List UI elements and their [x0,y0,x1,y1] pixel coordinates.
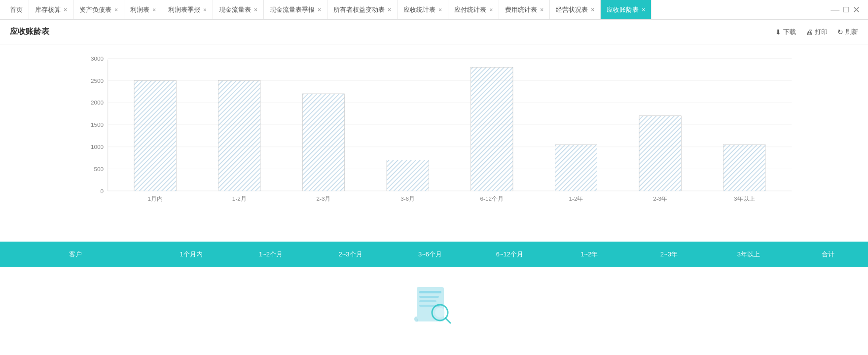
tab-cashflow-quarterly-label: 现金流量表季报 [270,5,315,14]
refresh-label: 刷新 [845,28,858,36]
tab-equity-label: 所有者权益变动表 [333,5,385,14]
tab-operation-label: 经营状况表 [556,5,588,14]
svg-text:3年以上: 3年以上 [734,195,755,202]
chart-area: 0 500 1000 1500 2000 2500 3000 1月内 [0,44,868,242]
download-button[interactable]: ⬇ 下载 [775,28,796,36]
tab-receivable-stat-label: 应收统计表 [403,5,435,14]
tab-payable-stat-label: 应付统计表 [454,5,486,14]
svg-text:2-3年: 2-3年 [653,195,667,202]
empty-state [0,267,868,331]
main-content: 0 500 1000 1500 2000 2500 3000 1月内 [0,44,868,355]
tab-equity-close[interactable]: × [388,6,391,13]
col-2-3year: 2~3年 [629,250,709,259]
tab-cashflow-quarterly-close[interactable]: × [318,6,321,13]
print-label: 打印 [815,28,828,36]
window-actions: — □ ✕ [831,4,864,15]
svg-text:500: 500 [94,166,104,172]
tab-profit-close[interactable]: × [152,6,156,13]
tab-inventory-label: 库存核算 [35,5,61,14]
col-3plus-year: 3年以上 [709,250,788,259]
tab-home-label: 首页 [10,5,23,14]
tab-inventory[interactable]: 库存核算 × [29,0,73,20]
refresh-icon: ↻ [837,28,843,36]
svg-line-32 [445,318,450,323]
bar-3 [302,94,344,191]
svg-rect-26 [419,291,441,293]
col-3-6month: 3~6个月 [390,250,470,259]
svg-point-31 [435,308,445,318]
tab-profit-label: 利润表 [130,5,149,14]
svg-text:2500: 2500 [91,77,104,84]
col-total: 合计 [789,250,868,259]
col-6-12month: 6~12个月 [470,250,549,259]
tab-expense-stat-label: 费用统计表 [505,5,537,14]
page-header: 应收账龄表 ⬇ 下载 🖨 打印 ↻ 刷新 [0,20,868,44]
bar-2 [218,80,260,191]
svg-text:2000: 2000 [91,99,104,106]
svg-text:1-2月: 1-2月 [232,195,247,202]
col-1-2year: 1~2年 [549,250,629,259]
tab-receivable-stat[interactable]: 应收统计表 × [398,0,448,20]
page-actions: ⬇ 下载 🖨 打印 ↻ 刷新 [775,28,858,36]
download-label: 下载 [783,28,796,36]
tab-receivable-aging-label: 应收账龄表 [607,5,639,14]
tab-balance-sheet-close[interactable]: × [114,6,118,13]
tab-profit-quarterly[interactable]: 利润表季报 × [162,0,213,20]
svg-text:0: 0 [101,188,104,194]
bar-6 [555,144,597,191]
svg-text:6-12个月: 6-12个月 [480,195,504,202]
bar-8 [723,144,765,191]
tab-cashflow-close[interactable]: × [254,6,257,13]
bar-1 [134,80,176,191]
refresh-button[interactable]: ↻ 刷新 [837,28,858,36]
tab-receivable-aging-close[interactable]: × [642,6,645,13]
tab-cashflow-quarterly[interactable]: 现金流量表季报 × [264,0,327,20]
tab-cashflow-label: 现金流量表 [219,5,251,14]
tab-profit-quarterly-label: 利润表季报 [168,5,200,14]
tab-operation[interactable]: 经营状况表 × [550,0,601,20]
minimize-button[interactable]: — [831,4,839,15]
bar-5 [471,68,513,191]
print-icon: 🖨 [806,28,813,36]
tab-receivable-aging[interactable]: 应收账龄表 × [601,0,651,20]
tab-expense-stat[interactable]: 费用统计表 × [499,0,550,20]
tab-profit[interactable]: 利润表 × [124,0,162,20]
tab-profit-quarterly-close[interactable]: × [203,6,207,13]
download-icon: ⬇ [775,28,781,36]
close-button[interactable]: ✕ [853,4,860,15]
tab-payable-stat-close[interactable]: × [489,6,493,13]
svg-rect-27 [419,296,439,298]
tab-payable-stat[interactable]: 应付统计表 × [448,0,499,20]
table-header: 客户 1个月内 1~2个月 2~3个月 3~6个月 6~12个月 1~2年 2~… [0,242,868,267]
col-1-2month: 1~2个月 [231,250,310,259]
bar-7 [639,116,681,191]
col-1month: 1个月内 [151,250,231,259]
page-title: 应收账龄表 [10,27,49,37]
tab-balance-sheet[interactable]: 资产负债表 × [73,0,124,20]
svg-text:3-6月: 3-6月 [400,195,415,202]
tab-bar: 首页 库存核算 × 资产负债表 × 利润表 × 利润表季报 × 现金流量表 × … [0,0,868,20]
svg-text:1-2年: 1-2年 [569,195,583,202]
svg-text:3000: 3000 [91,55,104,62]
svg-text:1500: 1500 [91,121,104,128]
tab-inventory-close[interactable]: × [64,6,67,13]
svg-text:1000: 1000 [91,143,104,150]
tab-equity[interactable]: 所有者权益变动表 × [327,0,398,20]
tab-home[interactable]: 首页 [4,0,29,20]
tab-balance-sheet-label: 资产负债表 [79,5,111,14]
col-2-3month: 2~3个月 [311,250,390,259]
tab-receivable-stat-close[interactable]: × [438,6,442,13]
empty-icon [409,282,459,331]
bar-4 [387,160,429,191]
tab-cashflow[interactable]: 现金流量表 × [213,0,264,20]
bar-chart: 0 500 1000 1500 2000 2500 3000 1月内 [15,54,853,212]
maximize-button[interactable]: □ [843,4,849,15]
print-button[interactable]: 🖨 打印 [806,28,828,36]
tab-expense-stat-close[interactable]: × [540,6,543,13]
tab-operation-close[interactable]: × [591,6,594,13]
svg-text:1月内: 1月内 [147,195,163,202]
svg-rect-28 [419,300,436,302]
col-customer: 客户 [0,250,151,259]
svg-text:2-3月: 2-3月 [317,195,331,202]
